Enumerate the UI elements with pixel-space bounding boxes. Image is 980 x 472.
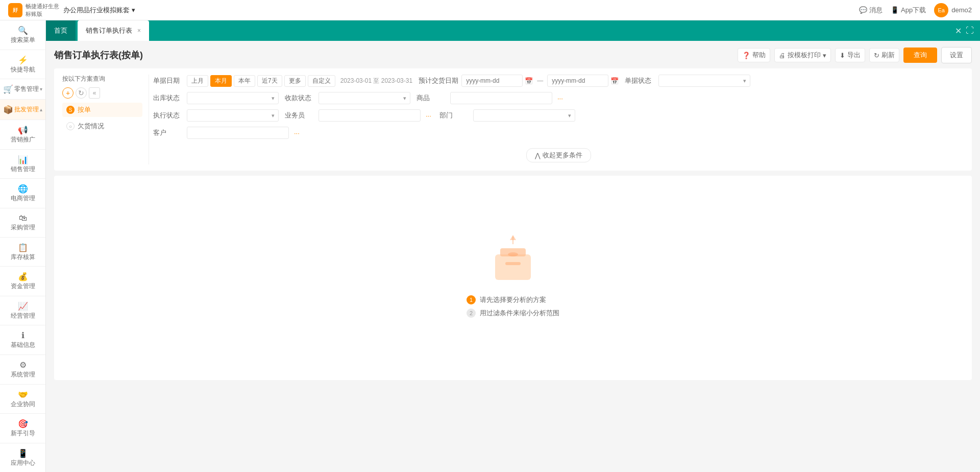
svg-rect-2 bbox=[505, 262, 521, 265]
export-btn[interactable]: ⬇ 导出 bbox=[835, 48, 865, 62]
tab-expand-btn[interactable]: ⛶ bbox=[966, 26, 974, 35]
calendar-end-icon[interactable]: 📅 bbox=[610, 77, 619, 85]
status-group: 单据状态 ▾ bbox=[625, 75, 750, 87]
payment-select-wrap: ▾ bbox=[318, 92, 410, 104]
sidebar-item-enterprise[interactable]: 🤝 企业协同 bbox=[0, 385, 45, 414]
app-download-btn[interactable]: 📱 App下载 bbox=[891, 6, 926, 15]
product-more-btn[interactable]: ··· bbox=[555, 95, 565, 102]
sidebar-label-retail: 零售管理 bbox=[14, 85, 39, 93]
collapse-scheme-btn[interactable]: « bbox=[89, 87, 100, 99]
calendar-start-icon[interactable]: 📅 bbox=[525, 77, 533, 85]
user-area[interactable]: Ea demo2 bbox=[934, 3, 972, 17]
empty-text: 1 请先选择要分析的方案 2 用过滤条件来缩小分析范围 bbox=[467, 295, 559, 322]
empty-state: 1 请先选择要分析的方案 2 用过滤条件来缩小分析范围 bbox=[54, 176, 972, 380]
help-btn[interactable]: ❓ 帮助 bbox=[738, 48, 770, 62]
customer-more-btn[interactable]: ··· bbox=[292, 129, 302, 137]
retail-icon: 🛒 bbox=[3, 84, 13, 94]
sidebar-item-ecommerce[interactable]: 🌐 电商管理 bbox=[0, 179, 45, 208]
date-group: 单据日期 上月 本月 本年 近7天 更多 自定义 2023-03-01 至 20… bbox=[153, 75, 412, 87]
tab-close-btn[interactable]: × bbox=[137, 27, 141, 34]
scheme-item-debt[interactable]: ○ 欠货情况 bbox=[62, 119, 142, 133]
refresh-btn[interactable]: ↻ 刷新 bbox=[869, 48, 899, 62]
sidebar-item-newbie[interactable]: 🎯 新手引导 bbox=[0, 414, 45, 443]
add-scheme-btn[interactable]: + bbox=[62, 87, 74, 99]
tab-active[interactable]: 销售订单执行表 × bbox=[78, 20, 149, 41]
tab-close-window-btn[interactable]: ✕ bbox=[955, 26, 962, 36]
payment-select[interactable] bbox=[318, 92, 410, 104]
last-month-btn[interactable]: 上月 bbox=[187, 75, 208, 87]
date-range-separator: — bbox=[537, 77, 543, 84]
message-btn[interactable]: 💬 消息 bbox=[859, 6, 883, 15]
operation-icon: 📈 bbox=[18, 301, 28, 311]
sidebar-item-appcenter[interactable]: 📱 应用中心 bbox=[0, 443, 45, 472]
ecommerce-icon: 🌐 bbox=[18, 184, 28, 194]
customer-input[interactable] bbox=[187, 127, 289, 139]
outbound-select[interactable] bbox=[187, 92, 279, 104]
help-label: 帮助 bbox=[752, 51, 766, 60]
status-select[interactable] bbox=[658, 75, 750, 87]
tab-home[interactable]: 首页 bbox=[46, 20, 76, 41]
empty-step-2: 2 用过滤条件来缩小分析范围 bbox=[467, 309, 559, 318]
scheme-panel-title: 按以下方案查询 bbox=[62, 75, 142, 83]
date-range-text: 2023-03-01 至 2023-03-31 bbox=[340, 77, 412, 85]
sidebar-item-retail[interactable]: 🛒 零售管理 ▾ bbox=[0, 79, 45, 100]
sidebar-item-shortcut[interactable]: ⚡ 快捷导航 bbox=[0, 50, 45, 80]
expected-date-start[interactable] bbox=[461, 75, 523, 87]
department-label: 部门 bbox=[439, 111, 470, 120]
sidebar-item-system[interactable]: ⚙ 系统管理 bbox=[0, 355, 45, 385]
settings-btn[interactable]: 设置 bbox=[941, 47, 972, 63]
svg-marker-5 bbox=[510, 235, 516, 240]
filter-scheme-panel: 按以下方案查询 + ↻ « S bbox=[62, 75, 149, 164]
outbound-label: 出库状态 bbox=[153, 93, 184, 103]
sidebar-label-search: 搜索菜单 bbox=[11, 36, 35, 44]
sidebar-item-wholesale[interactable]: 📦 批发管理 ▴ bbox=[0, 100, 45, 120]
main-layout: 🔍 搜索菜单 ⚡ 快捷导航 🛒 零售管理 ▾ 📦 批发管理 ▴ 📢 营销推广 📊… bbox=[0, 20, 980, 472]
message-icon: 💬 bbox=[859, 6, 867, 14]
sidebar-item-finance[interactable]: 💰 资金管理 bbox=[0, 267, 45, 296]
sidebar-label-inventory: 库存核算 bbox=[11, 253, 35, 262]
product-input[interactable] bbox=[450, 92, 552, 104]
filter-row-4: 客户 ··· bbox=[153, 127, 964, 139]
message-label: 消息 bbox=[869, 6, 883, 15]
template-print-btn[interactable]: 🖨 按模板打印 ▾ bbox=[774, 48, 831, 62]
tab-bar: 首页 销售订单执行表 × ✕ ⛶ bbox=[46, 20, 980, 41]
this-month-btn[interactable]: 本月 bbox=[210, 75, 232, 87]
sidebar-label-wholesale: 批发管理 bbox=[14, 106, 39, 114]
collapse-label: 收起更多条件 bbox=[543, 151, 582, 160]
sidebar-item-purchase[interactable]: 🛍 采购管理 bbox=[0, 208, 45, 238]
this-year-btn[interactable]: 本年 bbox=[234, 75, 255, 87]
company-selector[interactable]: 办公用品行业模拟账套 ▾ bbox=[63, 6, 135, 15]
customer-label: 客户 bbox=[153, 128, 184, 137]
execution-select[interactable] bbox=[187, 109, 279, 122]
more-date-btn[interactable]: 更多 bbox=[284, 75, 306, 87]
expected-date-end[interactable] bbox=[547, 75, 608, 87]
outbound-select-wrap: ▾ bbox=[187, 92, 279, 104]
department-select[interactable] bbox=[473, 109, 575, 122]
sidebar-item-basic[interactable]: ℹ 基础信息 bbox=[0, 325, 45, 355]
sidebar-item-search[interactable]: 🔍 搜索菜单 bbox=[0, 20, 45, 50]
search-icon: 🔍 bbox=[18, 26, 28, 35]
scheme-item-order[interactable]: S 按单 bbox=[62, 103, 142, 117]
custom-date-btn[interactable]: 自定义 bbox=[308, 75, 335, 87]
sidebar-item-marketing[interactable]: 📢 营销推广 bbox=[0, 120, 45, 150]
filter-row-1: 单据日期 上月 本月 本年 近7天 更多 自定义 2023-03-01 至 20… bbox=[153, 75, 964, 87]
salesperson-more-btn[interactable]: ··· bbox=[424, 112, 433, 120]
system-icon: ⚙ bbox=[19, 360, 27, 370]
sidebar-item-inventory[interactable]: 📋 库存核算 bbox=[0, 238, 45, 267]
query-btn[interactable]: 查询 bbox=[903, 48, 937, 63]
sidebar-item-sales[interactable]: 📊 销售管理 bbox=[0, 150, 45, 179]
filter-fields: 单据日期 上月 本月 本年 近7天 更多 自定义 2023-03-01 至 20… bbox=[153, 75, 964, 164]
salesperson-input[interactable] bbox=[318, 109, 421, 122]
collapse-more-btn[interactable]: ⋀ 收起更多条件 bbox=[526, 148, 591, 162]
export-label: 导出 bbox=[847, 51, 861, 60]
appcenter-icon: 📱 bbox=[18, 449, 28, 458]
refresh-scheme-btn[interactable]: ↻ bbox=[76, 87, 87, 99]
tab-controls: ✕ ⛶ bbox=[949, 26, 980, 36]
print-arrow-icon: ▾ bbox=[823, 52, 826, 59]
status-select-wrap: ▾ bbox=[658, 75, 750, 87]
last7-btn[interactable]: 近7天 bbox=[257, 75, 282, 87]
wholesale-arrow-icon: ▴ bbox=[40, 107, 42, 112]
finance-icon: 💰 bbox=[18, 272, 28, 281]
sidebar-item-operation[interactable]: 📈 经营管理 bbox=[0, 296, 45, 326]
right-panel: 首页 销售订单执行表 × ✕ ⛶ 销售订单执行表(按单) ❓ 帮助 bbox=[46, 20, 980, 472]
